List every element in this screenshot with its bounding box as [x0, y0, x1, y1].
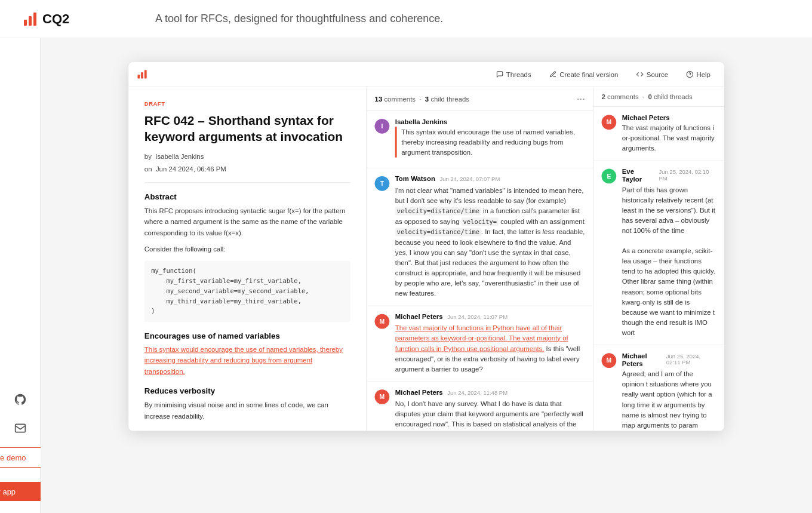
- section1-title: Encourages use of named variables: [144, 331, 350, 340]
- comment-date: Jun 24, 2024, 07:07 PM: [439, 176, 500, 182]
- comment-header: Tom Watson Jun 24, 2024, 07:07 PM: [395, 175, 585, 185]
- abstract-title: Abstract: [144, 192, 350, 201]
- list-item: E Eve Taylor Jun 25, 2024, 02:10 PM Part…: [593, 161, 724, 345]
- comment-text: No, I don't have any survey. What I do h…: [395, 398, 585, 431]
- comment-body: Michael Peters Jun 25, 2024, 02:11 PM Ag…: [622, 352, 716, 431]
- inline-code: velocity=distance/time: [395, 228, 481, 236]
- source-icon: [636, 70, 644, 78]
- comments-count: 13: [375, 95, 383, 103]
- highlighted-text: The vast majority of functions in Python…: [395, 324, 568, 352]
- comment-date: Jun 25, 2024, 02:10 PM: [659, 169, 716, 182]
- avatar: I: [375, 119, 390, 134]
- inline-code: velocity=: [462, 217, 499, 226]
- code-block: my_function( my_first_variable=my_first_…: [144, 260, 350, 322]
- comment-author: Michael Peters: [622, 352, 662, 368]
- rfc-date: Jun 24 2024, 06:46 PM: [156, 165, 226, 173]
- comments-meta: 13 comments · 3 child threads: [375, 95, 469, 103]
- header-tagline: A tool for RFCs, designed for thoughtful…: [155, 13, 788, 25]
- comments-count-label: comments: [384, 95, 416, 103]
- try-app-label: Try app: [0, 487, 16, 496]
- comment-body: Isabella Jenkins This syntax would encou…: [395, 118, 585, 161]
- inline-code: velocity=distance/time: [395, 207, 481, 215]
- comment-date: Jun 25, 2024, 02:11 PM: [666, 353, 716, 365]
- comments-panel: 13 comments · 3 child threads ··· I: [367, 87, 593, 431]
- rfc-date-meta: on Jun 24 2024, 06:46 PM: [144, 165, 350, 173]
- topbar-bar-2: [141, 72, 143, 78]
- comment-text: The vast majority of functions i or-posi…: [622, 123, 716, 153]
- comments-list: I Isabella Jenkins This syntax would enc…: [367, 111, 593, 431]
- comment-header: Michael Peters Jun 24, 2024, 11:48 PM: [395, 388, 585, 398]
- help-label: Help: [696, 70, 710, 78]
- logo-name: CQ2: [42, 11, 69, 27]
- create-final-label: Create final version: [559, 70, 618, 78]
- threads-button[interactable]: Threads: [491, 68, 536, 81]
- content-area: Threads Create final version Source Help: [41, 38, 812, 513]
- help-icon: [686, 70, 693, 78]
- svg-rect-0: [15, 424, 25, 432]
- header: CQ2 A tool for RFCs, designed for though…: [0, 0, 812, 38]
- app-topbar-logo: [137, 70, 146, 78]
- main-layout: Live demo → Try app → Threads: [0, 38, 812, 513]
- threads-count-label: child threads: [430, 95, 469, 103]
- create-final-button[interactable]: Create final version: [545, 68, 623, 81]
- comment-text: Agreed; and I am of the opinion t situat…: [622, 369, 716, 431]
- avatar: T: [375, 176, 390, 191]
- comments-more-button[interactable]: ···: [577, 93, 585, 105]
- github-icon[interactable]: [11, 390, 30, 409]
- comment-body: Tom Watson Jun 24, 2024, 07:07 PM I'm no…: [395, 175, 585, 299]
- comment-date: Jun 24, 2024, 11:07 PM: [447, 314, 508, 320]
- create-final-icon: [549, 70, 556, 78]
- section1-text: This syntax would encourage the use of n…: [144, 345, 350, 377]
- rfc-author: Isabella Jenkins: [155, 153, 204, 161]
- app-body: DRAFT RFC 042 – Shorthand syntax for key…: [128, 87, 724, 431]
- thread-meta: 2 comments · 0 child threads: [602, 93, 693, 100]
- threads-count: 3: [425, 95, 429, 103]
- rfc-panel: DRAFT RFC 042 – Shorthand syntax for key…: [128, 87, 367, 431]
- comment-body: Michael Peters Jun 24, 2024, 11:07 PM Th…: [395, 312, 585, 374]
- comment-header: Michael Peters Jun 24, 2024, 11:07 PM: [395, 312, 585, 322]
- rfc-title: RFC 042 – Shorthand syntax for keyword a…: [144, 113, 350, 145]
- sidebar: Live demo → Try app →: [0, 38, 41, 513]
- thread-comments-count: 2: [602, 93, 605, 100]
- logo-area: CQ2: [24, 11, 155, 27]
- source-label: Source: [647, 70, 668, 78]
- rfc-by-label: by: [144, 153, 152, 161]
- logo-icon: [24, 13, 36, 26]
- thread-panel: 2 comments · 0 child threads M Mich: [593, 87, 724, 431]
- thread-child-label: child threads: [654, 93, 693, 100]
- rfc-divider: [144, 183, 350, 183]
- app-mockup: Threads Create final version Source Help: [128, 62, 724, 431]
- avatar: E: [602, 169, 617, 184]
- comment-text: Part of this has grown historically rela…: [622, 185, 716, 337]
- app-topbar: Threads Create final version Source Help: [128, 62, 724, 87]
- list-item: M Michael Peters The vast majority of fu…: [593, 107, 724, 161]
- threads-label: Threads: [506, 70, 531, 78]
- list-item: I Isabella Jenkins This syntax would enc…: [367, 111, 593, 168]
- avatar: M: [602, 353, 617, 368]
- list-item: T Tom Watson Jun 24, 2024, 07:07 PM I'm …: [367, 168, 593, 306]
- thread-list: M Michael Peters The vast majority of fu…: [593, 107, 724, 431]
- comment-text: The vast majority of functions in Python…: [395, 323, 585, 374]
- comment-author: Eve Taylor: [622, 168, 654, 184]
- logo-bar-3: [33, 13, 36, 26]
- comment-body: Michael Peters The vast majority of func…: [622, 113, 716, 153]
- code-content: my_function( my_first_variable=my_first_…: [151, 266, 343, 317]
- mail-icon[interactable]: [11, 419, 30, 438]
- rfc-on-label: on: [144, 165, 152, 173]
- comment-author: Tom Watson: [395, 175, 435, 183]
- comment-author: Michael Peters: [395, 312, 443, 320]
- threads-icon: [496, 70, 503, 78]
- list-item: M Michael Peters Jun 24, 2024, 11:48 PM …: [367, 381, 593, 431]
- avatar: M: [375, 314, 390, 328]
- list-item: M Michael Peters Jun 25, 2024, 02:11 PM …: [593, 345, 724, 431]
- thread-child-count: 0: [648, 93, 652, 100]
- comment-body: Eve Taylor Jun 25, 2024, 02:10 PM Part o…: [622, 168, 716, 338]
- rfc-author-meta: by Isabella Jenkins: [144, 153, 350, 161]
- avatar: M: [602, 115, 617, 130]
- help-button[interactable]: Help: [682, 68, 715, 81]
- list-item: M Michael Peters Jun 24, 2024, 11:07 PM …: [367, 306, 593, 381]
- source-button[interactable]: Source: [632, 68, 672, 81]
- topbar-bar-3: [144, 70, 147, 78]
- comment-author: Michael Peters: [395, 388, 443, 396]
- comment-date: Jun 24, 2024, 11:48 PM: [447, 389, 508, 395]
